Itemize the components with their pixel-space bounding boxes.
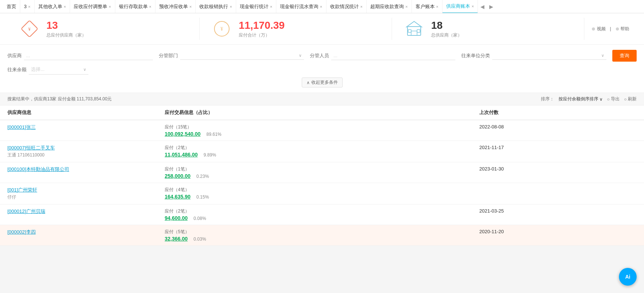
trans-amount-1[interactable]: 11,051,486.00	[165, 152, 198, 158]
trans-row-4: 94,600.00 0.08%	[165, 215, 479, 221]
nav-close-payment-exec[interactable]: ×	[230, 4, 232, 9]
nav-close-other-income[interactable]: ×	[64, 4, 66, 9]
nav-close-prepay[interactable]: ×	[189, 4, 192, 9]
nav-item-overdue-ar[interactable]: 超期应收款查询 ×	[367, 0, 412, 13]
trans-amount-5[interactable]: 32,366.00	[165, 236, 188, 242]
trans-row-1: 11,051,486.00 9.89%	[165, 152, 479, 158]
nav-close-cash-bank-flow[interactable]: ×	[320, 4, 322, 9]
filter-category-label: 往来单位分类	[461, 52, 490, 59]
trans-pct-1: 9.89%	[204, 152, 216, 158]
refresh-button[interactable]: ○ 刷新	[624, 96, 637, 102]
trans-amount-4[interactable]: 94,600.00	[165, 215, 188, 221]
nav-item-ar-ap-adjust[interactable]: 应收应付调整单 ×	[70, 0, 115, 13]
filter-supplier: 供应商	[7, 51, 153, 60]
nav-item-payment-stat[interactable]: 收款情况统计 ×	[326, 0, 367, 13]
nav-close-overdue-ar[interactable]: ×	[405, 4, 407, 9]
nav-label-cash-bank-stat: 现金银行统计	[240, 3, 269, 10]
nav-close-bank-deposit[interactable]: ×	[149, 4, 151, 9]
result-info: 搜索结果中，供应商13家 应付金额 111,703,854.00元	[7, 96, 112, 102]
stat-text-ap-total: 11,170.39 应付合计（万）	[239, 19, 285, 39]
supplier-link-5[interactable]: [000002]李四	[7, 229, 36, 235]
nav-item-3[interactable]: 3 ×	[20, 0, 35, 13]
svg-text:¥: ¥	[28, 26, 31, 32]
nav-label-payment-exec: 收款核销执行	[199, 3, 228, 10]
supplier-link-2[interactable]: [000100]本特勤油品有限公司	[7, 166, 69, 172]
filter-supplier-label: 供应商	[7, 52, 22, 59]
trans-label-4: 应付（2笔）	[165, 208, 479, 214]
svg-rect-5	[411, 31, 417, 35]
trans-label-2: 应付（1笔）	[165, 166, 479, 172]
stat-item-total-suppliers: 18 总供应商（家）	[392, 18, 584, 40]
filter-balance: 往来余额 选择... ∨	[7, 65, 88, 75]
trans-pct-0: 89.61%	[206, 132, 221, 137]
filter-balance-select[interactable]: 选择... ∨	[29, 65, 88, 75]
trans-row-0: 100,092,540.00 89.61%	[165, 131, 479, 137]
nav-close-3[interactable]: ×	[28, 4, 30, 9]
supplier-link-4[interactable]: [000012]广州贝瑞	[7, 208, 45, 214]
nav-item-prepay[interactable]: 预收冲应收单 ×	[155, 0, 196, 13]
nav-item-cash-bank-stat[interactable]: 现金银行统计 ×	[236, 0, 276, 13]
sort-select[interactable]: 按应付余额倒序排序 ∨	[559, 96, 603, 102]
trans-pct-4: 0.08%	[193, 216, 206, 221]
trans-info-4: 应付（2笔） 94,600.00 0.08%	[165, 208, 479, 221]
export-button[interactable]: ○ 导出	[607, 96, 620, 102]
trans-amount-0[interactable]: 100,092,540.00	[165, 131, 200, 137]
trans-pct-2: 0.23%	[196, 174, 209, 179]
filter-dept-select[interactable]: ∨	[180, 52, 304, 60]
filter-supplier-input[interactable]	[24, 51, 153, 60]
nav-item-home[interactable]: 首页	[3, 0, 20, 13]
nav-item-bank-deposit[interactable]: 银行存取款单 ×	[115, 0, 155, 13]
refresh-label: 刷新	[628, 96, 637, 102]
nav-label-cash-bank-flow: 现金银行流水查询	[280, 3, 318, 10]
filter-category-select[interactable]: ∨	[492, 52, 607, 60]
nav-prev-arrow[interactable]: ◀	[478, 0, 487, 13]
table-row: [000012]广州贝瑞 应付（2笔） 94,600.00 0.08% 2021…	[0, 204, 644, 225]
stat-item-ap-total: ¥ 11,170.39 应付合计（万）	[200, 18, 392, 40]
nav-label-supplier-ledger: 供应商账本	[446, 3, 470, 10]
refresh-icon: ○	[624, 97, 627, 102]
collapse-button[interactable]: ∧ 收起更多条件	[302, 77, 343, 87]
supplier-link-0[interactable]: [000001]张三	[7, 124, 36, 130]
search-button[interactable]: 查询	[612, 50, 637, 62]
nav-close-payment-stat[interactable]: ×	[360, 4, 363, 9]
last-pay-date-1: 2021-11-17	[479, 145, 504, 150]
top-navigation: 首页 3 × 其他收入单 × 应收应付调整单 × 银行存取款单 × 预收冲应收单…	[0, 0, 644, 13]
nav-close-supplier-ledger[interactable]: ×	[472, 4, 474, 8]
nav-item-supplier-ledger[interactable]: 供应商账本 ×	[442, 0, 478, 13]
help-link[interactable]: ⊙ 帮助	[616, 26, 629, 32]
nav-next-arrow[interactable]: ▶	[487, 0, 496, 13]
last-pay-2: 2023-01-30	[479, 166, 637, 179]
filter-area: 供应商 分管部门 ∨ 分管人员 往来单位分类 ∨ 查询 往来余额 选择	[0, 45, 644, 93]
filter-person-input[interactable]	[331, 51, 455, 60]
filter-row-1: 供应商 分管部门 ∨ 分管人员 往来单位分类 ∨ 查询	[7, 50, 637, 62]
supplier-link-3[interactable]: [001]广州荣轩	[7, 187, 37, 193]
nav-label-3: 3	[24, 4, 27, 9]
trans-amount-3[interactable]: 164,635.90	[165, 194, 190, 200]
nav-item-payment-exec[interactable]: 收款核销执行 ×	[196, 0, 236, 13]
nav-item-other-income[interactable]: 其他收入单 ×	[35, 0, 70, 13]
trans-row-3: 164,635.90 0.15%	[165, 194, 479, 200]
trans-amount-2[interactable]: 258,000.00	[165, 173, 190, 179]
trans-info-0: 应付（15笔） 100,092,540.00 89.61%	[165, 124, 479, 137]
supplier-link-1[interactable]: [000007]恒旺二手叉车	[7, 145, 55, 151]
last-pay-date-5: 2020-11-20	[479, 229, 504, 234]
result-actions: 排序： 按应付余额倒序排序 ∨ ○ 导出 ○ 刷新	[541, 96, 637, 102]
table-header: 供应商信息 应付交易信息（占比） 上次付数	[0, 106, 644, 120]
supplier-sub-3: 仔仔	[7, 194, 165, 200]
video-link[interactable]: ⊙ 视频	[592, 26, 605, 32]
nav-item-cash-bank-flow[interactable]: 现金银行流水查询 ×	[276, 0, 326, 13]
col-header-last-pay: 上次付数	[479, 109, 637, 116]
nav-label-bank-deposit: 银行存取款单	[119, 3, 148, 10]
col-header-supplier: 供应商信息	[7, 109, 165, 116]
nav-close-ar-ap-adjust[interactable]: ×	[109, 4, 111, 9]
filter-row-2: 往来余额 选择... ∨	[7, 65, 637, 75]
nav-label-prepay: 预收冲应收单	[159, 3, 188, 10]
collapse-icon: ∧	[307, 80, 310, 85]
nav-close-customer-ledger[interactable]: ×	[436, 4, 438, 9]
nav-close-cash-bank-stat[interactable]: ×	[270, 4, 272, 9]
export-icon: ○	[607, 97, 610, 102]
trans-label-3: 应付（4笔）	[165, 187, 479, 193]
nav-item-customer-ledger[interactable]: 客户账本 ×	[412, 0, 442, 13]
table-row: [000007]恒旺二手叉车 王通 17106110000 应付（2笔） 11,…	[0, 141, 644, 162]
filter-category: 往来单位分类 ∨	[461, 52, 607, 60]
